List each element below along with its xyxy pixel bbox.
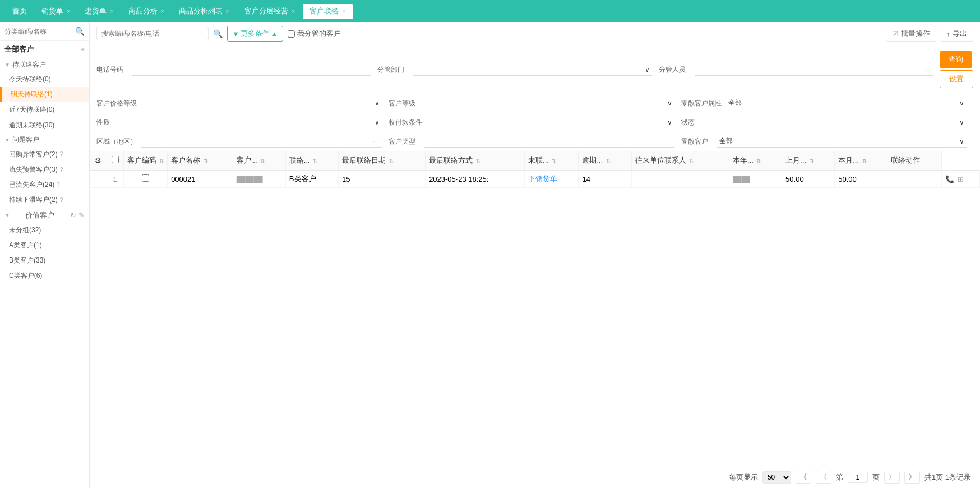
total-label: 共1页 1条记录 (924, 472, 971, 482)
td-last-month: 50.00 (835, 171, 887, 188)
label-payment: 收付款条件 (389, 118, 422, 127)
action-more-icon[interactable]: ⊞ (958, 175, 964, 183)
sidebar-item-today[interactable]: 今天待联络(0) (0, 72, 89, 87)
th-last-month[interactable]: 上月... ⇅ (782, 151, 835, 171)
nav-item-analysis-list[interactable]: 商品分析列表 × (172, 4, 236, 19)
sidebar-search-icon[interactable]: 🔍 (75, 27, 85, 36)
th-action: 联络动作 (887, 151, 941, 171)
td-row-checkbox-cell[interactable] (123, 171, 168, 188)
th-settings[interactable]: ⚙ (90, 151, 107, 171)
refresh-icon[interactable]: ↻ (70, 211, 76, 219)
prev-page-button[interactable]: 〈 (816, 471, 831, 484)
search-button[interactable]: 🔍 (213, 29, 223, 38)
td-name[interactable]: ██████ (233, 171, 285, 188)
th-this-month[interactable]: 本月... ⇅ (835, 151, 887, 171)
nav-item-purchase[interactable]: 进货单 × (78, 4, 120, 19)
td-row-settings (90, 171, 107, 188)
field-cust-level: 客户等级 ∨ (389, 97, 674, 109)
label-retail: 零散客户 (681, 137, 713, 146)
sidebar-item-tomorrow[interactable]: 明天待联络(1) (0, 87, 89, 102)
td-row-num: 1 (107, 171, 123, 188)
th-contact-count[interactable]: 联络... ⇅ (285, 151, 338, 171)
chevron-down-icon-3: ∨ (667, 99, 672, 107)
sidebar-search-input[interactable] (4, 27, 75, 35)
nav-item-contact[interactable]: 客户联络 × (303, 4, 352, 19)
th-overdue[interactable]: 逾期... ⇅ (579, 151, 631, 171)
my-customers-checkbox[interactable] (288, 30, 295, 38)
th-type[interactable]: 客户... ⇅ (233, 151, 285, 171)
th-last-method[interactable]: 最后联络方式 ⇅ (426, 151, 525, 171)
row-checkbox[interactable] (142, 174, 149, 182)
sidebar-item-b-class[interactable]: B类客户(33) (0, 253, 89, 268)
th-name[interactable]: 客户名称 ⇅ (168, 151, 233, 171)
th-checkbox[interactable] (107, 151, 123, 171)
select-status[interactable]: ∨ (717, 116, 967, 128)
td-partner: ████ (729, 171, 782, 188)
th-code[interactable]: 客户编码 ⇅ (123, 151, 168, 171)
th-unlinked[interactable]: 未联... ⇅ (525, 151, 579, 171)
select-nature[interactable]: ∨ (132, 116, 382, 128)
th-this-year[interactable]: 本年... ⇅ (729, 151, 782, 171)
sort-icon-method: ⇅ (476, 158, 480, 164)
sidebar-item-c-class[interactable]: C类客户(6) (0, 268, 89, 283)
sidebar-item-ungroup[interactable]: 未分组(32) (0, 223, 89, 238)
sidebar-item-lost[interactable]: 已流失客户(24) ? (0, 177, 89, 192)
page-number-input[interactable] (848, 472, 868, 483)
sidebar-group-problem: 问题客户 (0, 133, 89, 147)
filter-icon: ▼ (232, 30, 239, 38)
next-page-button[interactable]: 〉 (884, 471, 900, 484)
nav-close-sales[interactable]: × (67, 8, 70, 15)
select-dept[interactable]: ∨ (413, 63, 651, 76)
sidebar-all-customers[interactable]: 全部客户 « (0, 41, 89, 58)
sort-icon-date: ⇅ (389, 158, 394, 164)
sidebar-collapse-icon[interactable]: « (81, 45, 85, 53)
search-input[interactable] (96, 27, 209, 40)
last-page-button[interactable]: 》 (904, 471, 920, 484)
nav-home[interactable]: 首页 (6, 4, 34, 19)
td-action: 📞 ⊞ (941, 171, 979, 188)
th-last-date[interactable]: 最后联络日期 ⇅ (338, 151, 425, 171)
more-conditions-button[interactable]: ▼ 更多条件 ▲ (227, 26, 283, 42)
nav-item-analysis[interactable]: 商品分析 × (122, 4, 171, 19)
nav-close-crm[interactable]: × (292, 8, 295, 15)
select-retail[interactable]: 全部 ∨ (717, 135, 967, 148)
page-size-select[interactable]: 50 100 200 (762, 471, 791, 484)
sidebar-item-declining[interactable]: 持续下滑客户(2) ? (0, 192, 89, 208)
sidebar-search-bar: 🔍 (0, 22, 89, 41)
filter-row-4: 区域（地区） ··· 客户类型 零散客户 全部 ∨ (90, 132, 980, 151)
first-page-button[interactable]: 《 (796, 471, 811, 484)
input-phone[interactable] (132, 63, 371, 76)
sidebar-item-a-class[interactable]: A类客户(1) (0, 238, 89, 253)
td-last-method[interactable]: 下销货单 (525, 171, 579, 188)
nav-item-sales[interactable]: 销货单 × (35, 4, 77, 19)
select-cust-level[interactable]: ∨ (424, 97, 674, 109)
nav-close-analysis[interactable]: × (161, 8, 164, 15)
sidebar-item-overdue[interactable]: 逾期未联络(30) (0, 118, 89, 133)
field-phone: 电话号码 (96, 63, 371, 76)
sidebar-item-abnormal[interactable]: 回购异常客户(2) ? (0, 147, 89, 162)
input-cust-type[interactable] (424, 135, 674, 148)
th-partner-contact[interactable]: 往来单位联系人 ⇅ (631, 151, 729, 171)
settings-button[interactable]: 设置 (940, 70, 973, 88)
field-price-level: 客户价格等级 ∨ (96, 97, 382, 109)
my-customers-checkbox-label[interactable]: 我分管的客户 (288, 29, 341, 39)
export-button[interactable]: ↑ 导出 (941, 26, 974, 42)
nav-item-crm[interactable]: 客户分层经营 × (238, 4, 302, 19)
edit-icon[interactable]: ✎ (78, 211, 85, 219)
select-person[interactable]: ··· (695, 63, 933, 76)
select-all-checkbox[interactable] (112, 156, 119, 163)
nav-close-contact[interactable]: × (342, 8, 345, 15)
field-person: 分管人员 ··· (659, 63, 933, 76)
td-this-year: 50.00 (782, 171, 835, 188)
sidebar-item-warning[interactable]: 流失预警客户(3) ? (0, 162, 89, 177)
query-button[interactable]: 查询 (940, 51, 972, 68)
select-price-level[interactable]: ∨ (141, 97, 382, 109)
action-phone-icon[interactable]: 📞 (945, 175, 954, 183)
select-payment[interactable]: ∨ (427, 116, 674, 128)
sidebar-item-week[interactable]: 近7天待联络(0) (0, 102, 89, 117)
select-region[interactable]: ··· (141, 135, 382, 148)
nav-close-purchase[interactable]: × (110, 8, 113, 15)
nav-close-analysis-list[interactable]: × (226, 8, 229, 15)
select-retail-attr[interactable]: 全部 ∨ (726, 97, 967, 109)
batch-operation-button[interactable]: ☑ 批量操作 (886, 26, 936, 42)
